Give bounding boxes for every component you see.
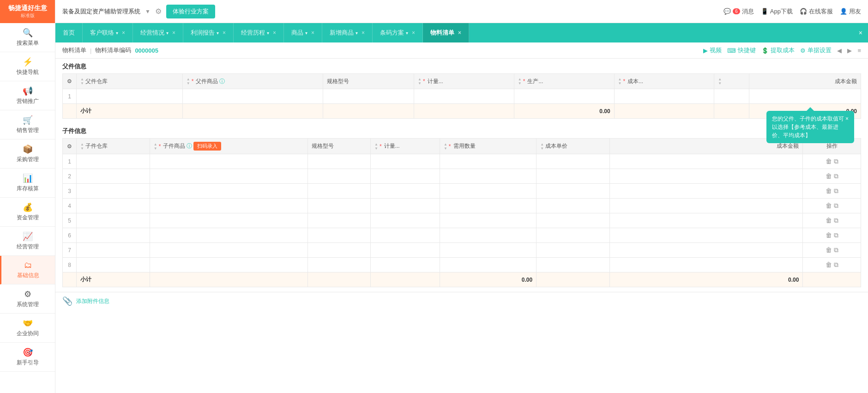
experience-button[interactable]: 体验行业方案 bbox=[166, 5, 215, 18]
tab-barcode[interactable]: 条码方案 ▾ × bbox=[373, 23, 423, 42]
child-cell-spec[interactable] bbox=[308, 184, 371, 199]
delete-icon[interactable]: 🗑 bbox=[826, 217, 832, 224]
scan-button[interactable]: 扫码录入 bbox=[193, 142, 221, 151]
grid-view-icon[interactable]: ≡ bbox=[857, 47, 861, 54]
parent-cell-spec[interactable] bbox=[323, 89, 414, 104]
tab-goods[interactable]: 商品 ▾ × bbox=[284, 23, 322, 42]
shortcut-button[interactable]: ⌨ 快捷键 bbox=[727, 46, 756, 54]
child-cell-qty[interactable] bbox=[371, 243, 440, 258]
child-cell-warehouse[interactable] bbox=[77, 213, 150, 228]
sidebar-item-finance[interactable]: 💰 资金管理 bbox=[0, 198, 55, 227]
copy-icon[interactable]: ⧉ bbox=[834, 246, 838, 254]
tab-goods-close[interactable]: × bbox=[311, 30, 314, 36]
extract-cost-button[interactable]: 💲 提取成本 bbox=[761, 46, 795, 54]
copy-icon[interactable]: ⧉ bbox=[834, 217, 838, 224]
child-cell-need-qty[interactable] bbox=[440, 243, 536, 258]
child-cell-goods[interactable] bbox=[150, 258, 307, 272]
tab-barcode-close[interactable]: × bbox=[412, 30, 415, 36]
child-cell-goods[interactable] bbox=[150, 169, 307, 184]
copy-icon[interactable]: ⧉ bbox=[834, 231, 838, 239]
attach-icon[interactable]: 📎 bbox=[62, 296, 72, 306]
delete-icon[interactable]: 🗑 bbox=[826, 157, 832, 165]
child-cell-goods[interactable] bbox=[150, 199, 307, 213]
parent-col-goods-info[interactable]: ⓘ bbox=[219, 78, 225, 85]
parent-cell-cost[interactable] bbox=[614, 89, 714, 104]
dropdown-arrow-icon[interactable]: ▼ bbox=[145, 8, 151, 15]
user-menu[interactable]: 👤 用友 bbox=[840, 7, 861, 16]
copy-icon[interactable]: ⧉ bbox=[834, 157, 838, 165]
sidebar-item-sales[interactable]: 🛒 销售管理 bbox=[0, 110, 55, 139]
child-cell-qty[interactable] bbox=[371, 258, 440, 272]
nav-close-all[interactable]: × bbox=[853, 29, 868, 36]
sidebar-item-collab[interactable]: 🤝 企业协同 bbox=[0, 314, 55, 343]
child-cell-unit-cost[interactable] bbox=[536, 154, 610, 169]
child-cell-warehouse[interactable] bbox=[77, 169, 150, 184]
sidebar-item-inventory[interactable]: 📊 库存核算 bbox=[0, 169, 55, 198]
parent-th-settings[interactable]: ⚙ bbox=[63, 74, 77, 89]
child-cell-unit-cost[interactable] bbox=[536, 228, 610, 243]
tab-home[interactable]: 首页 bbox=[55, 23, 83, 42]
single-settings-button[interactable]: ⚙ 单据设置 bbox=[800, 46, 832, 54]
child-cell-unit-cost[interactable] bbox=[536, 243, 610, 258]
delete-icon[interactable]: 🗑 bbox=[826, 261, 832, 269]
delete-icon[interactable]: 🗑 bbox=[826, 202, 832, 210]
child-cell-need-qty[interactable] bbox=[440, 228, 536, 243]
nav-next-icon[interactable]: ▶ bbox=[847, 47, 852, 54]
child-cell-unit-cost[interactable] bbox=[536, 213, 610, 228]
child-cell-spec[interactable] bbox=[308, 213, 371, 228]
child-cell-warehouse[interactable] bbox=[77, 243, 150, 258]
child-cell-spec[interactable] bbox=[308, 228, 371, 243]
tab-customer[interactable]: 客户联络 ▾ × bbox=[83, 23, 133, 42]
sidebar-item-purchase[interactable]: 📦 采购管理 bbox=[0, 139, 55, 169]
nav-prev-icon[interactable]: ◀ bbox=[837, 47, 842, 54]
child-cell-spec[interactable] bbox=[308, 154, 371, 169]
child-cell-warehouse[interactable] bbox=[77, 154, 150, 169]
tab-profit-close[interactable]: × bbox=[223, 30, 226, 36]
sidebar-item-marketing[interactable]: 📢 营销推广 bbox=[0, 81, 55, 110]
copy-icon[interactable]: ⧉ bbox=[834, 261, 838, 269]
child-cell-need-qty[interactable] bbox=[440, 213, 536, 228]
child-cell-unit-cost[interactable] bbox=[536, 199, 610, 213]
child-cell-qty[interactable] bbox=[371, 184, 440, 199]
attach-text[interactable]: 添加附件信息 bbox=[76, 297, 109, 305]
child-cell-qty[interactable] bbox=[371, 169, 440, 184]
sidebar-item-search[interactable]: 🔍 搜索菜单 bbox=[0, 23, 55, 52]
tab-new-goods-close[interactable]: × bbox=[362, 30, 365, 36]
view-video-button[interactable]: ▶ 视频 bbox=[703, 46, 722, 54]
delete-icon[interactable]: 🗑 bbox=[826, 246, 832, 254]
child-cell-need-qty[interactable] bbox=[440, 184, 536, 199]
child-cell-warehouse[interactable] bbox=[77, 184, 150, 199]
delete-icon[interactable]: 🗑 bbox=[826, 187, 832, 195]
tab-bom[interactable]: 物料清单 × bbox=[423, 23, 469, 42]
parent-cell-qty[interactable] bbox=[414, 89, 514, 104]
tab-profit[interactable]: 利润报告 ▾ × bbox=[183, 23, 234, 42]
sidebar-item-guide[interactable]: 🎯 新手引导 bbox=[0, 343, 55, 372]
tab-operations[interactable]: 经营情况 ▾ × bbox=[133, 23, 183, 42]
tab-customer-close[interactable]: × bbox=[122, 30, 125, 36]
tab-operations-close[interactable]: × bbox=[172, 30, 175, 36]
child-cell-warehouse[interactable] bbox=[77, 228, 150, 243]
child-cell-goods[interactable] bbox=[150, 154, 307, 169]
child-cell-goods[interactable] bbox=[150, 243, 307, 258]
tooltip-close-button[interactable]: × bbox=[845, 115, 849, 123]
child-cell-spec[interactable] bbox=[308, 199, 371, 213]
messages-button[interactable]: 💬 6 消息 bbox=[723, 7, 754, 16]
child-cell-qty[interactable] bbox=[371, 199, 440, 213]
sidebar-item-system[interactable]: ⚙ 系统管理 bbox=[0, 284, 55, 314]
child-th-settings[interactable]: ⚙ bbox=[63, 139, 77, 154]
tab-bom-close[interactable]: × bbox=[458, 30, 461, 36]
delete-icon[interactable]: 🗑 bbox=[826, 231, 832, 239]
child-cell-goods[interactable] bbox=[150, 213, 307, 228]
tab-new-goods[interactable]: 新增商品 ▾ × bbox=[322, 23, 373, 42]
tab-history[interactable]: 经营历程 ▾ × bbox=[234, 23, 284, 42]
child-cell-warehouse[interactable] bbox=[77, 199, 150, 213]
child-cell-need-qty[interactable] bbox=[440, 258, 536, 272]
copy-icon[interactable]: ⧉ bbox=[834, 172, 838, 180]
child-cell-qty[interactable] bbox=[371, 213, 440, 228]
parent-cell-warehouse[interactable] bbox=[77, 89, 183, 104]
online-service-button[interactable]: 🎧 在线客服 bbox=[800, 7, 833, 16]
sidebar-item-operations[interactable]: 📈 经营管理 bbox=[0, 227, 55, 256]
copy-icon[interactable]: ⧉ bbox=[834, 202, 838, 210]
child-cell-warehouse[interactable] bbox=[77, 258, 150, 272]
child-cell-goods[interactable] bbox=[150, 184, 307, 199]
